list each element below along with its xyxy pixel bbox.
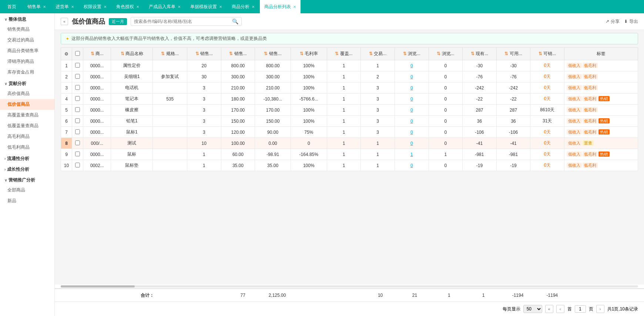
sidebar-item-high-coverage[interactable]: 高覆盖量查商品 bbox=[0, 110, 54, 120]
row-checkbox[interactable] bbox=[75, 129, 80, 134]
cell-checkbox[interactable] bbox=[72, 127, 83, 138]
nav-close-icon[interactable]: ✕ bbox=[136, 5, 139, 9]
nav-template-settings[interactable]: 单据模板设置 ✕ bbox=[186, 0, 227, 13]
sidebar-item-slow-moving[interactable]: 滞销序的商品 bbox=[0, 56, 54, 67]
browse1-link[interactable]: 0 bbox=[410, 85, 413, 91]
cell-browse1[interactable]: 0 bbox=[395, 105, 429, 116]
cell-checkbox[interactable] bbox=[72, 138, 83, 149]
nav-product-inbound[interactable]: 产成品入库单 ✕ bbox=[144, 0, 185, 13]
row-checkbox[interactable] bbox=[75, 163, 80, 167]
sidebar-group-marketing[interactable]: ∨ 营销推广分析 bbox=[0, 174, 54, 185]
sidebar-item-all-products[interactable]: 全部商品 bbox=[0, 185, 54, 196]
cell-browse1[interactable]: 0 bbox=[395, 94, 429, 105]
cell-browse1[interactable]: 0 bbox=[395, 160, 429, 171]
sidebar-item-stock-capital[interactable]: 库存资金占用 bbox=[0, 67, 54, 78]
th-current-stock[interactable]: ⇅ 现有... bbox=[463, 48, 497, 60]
sidebar-item-high-value[interactable]: 高价值商品 bbox=[0, 88, 54, 99]
first-page-button[interactable]: « bbox=[545, 305, 553, 313]
prev-page-button[interactable]: ‹ bbox=[556, 305, 564, 313]
nav-close-icon[interactable]: ✕ bbox=[219, 5, 222, 9]
row-checkbox[interactable] bbox=[75, 63, 80, 68]
nav-permissions[interactable]: 权限设置 ✕ bbox=[79, 0, 111, 13]
th-sales-amt[interactable]: ⇅ 销售... bbox=[221, 48, 255, 60]
th-sales-qty[interactable]: ⇅ 销售... bbox=[187, 48, 221, 60]
th-sellable[interactable]: ⇅ 可销... bbox=[530, 48, 564, 60]
cell-checkbox[interactable] bbox=[72, 60, 83, 71]
cell-browse1[interactable]: 1 bbox=[395, 149, 429, 160]
cell-browse1[interactable]: 0 bbox=[395, 116, 429, 127]
sidebar-group-circulation[interactable]: › 流通性分析 bbox=[0, 153, 54, 163]
th-gear[interactable]: ⚙ bbox=[61, 48, 72, 60]
nav-roles[interactable]: 角色授权 ✕ bbox=[112, 0, 144, 13]
cell-browse1[interactable]: 0 bbox=[395, 82, 429, 94]
cell-checkbox[interactable] bbox=[72, 71, 83, 82]
cell-checkbox[interactable] bbox=[72, 94, 83, 105]
sidebar-group-growth[interactable]: › 成长性分析 bbox=[0, 163, 54, 174]
th-transaction[interactable]: ⇅ 交易... bbox=[361, 48, 395, 60]
row-checkbox[interactable] bbox=[75, 96, 80, 101]
sidebar-group-contribution[interactable]: ∨ 贡献分析 bbox=[0, 78, 54, 88]
export-button[interactable]: ⬇ 导出 bbox=[624, 18, 638, 25]
browse1-link[interactable]: 0 bbox=[410, 141, 413, 146]
th-available[interactable]: ⇅ 可用... bbox=[496, 48, 530, 60]
th-spec[interactable]: ⇅ 规格... bbox=[153, 48, 187, 60]
sidebar-item-new-products[interactable]: 新品 bbox=[0, 196, 54, 206]
th-coverage[interactable]: ⇅ 覆盖... bbox=[327, 48, 361, 60]
cell-checkbox[interactable] bbox=[72, 116, 83, 127]
sidebar-item-high-margin[interactable]: 高毛利商品 bbox=[0, 131, 54, 142]
cell-browse1[interactable]: 0 bbox=[395, 60, 429, 71]
cell-checkbox[interactable] bbox=[72, 105, 83, 116]
cell-checkbox[interactable] bbox=[72, 160, 83, 171]
nav-close-icon[interactable]: ✕ bbox=[104, 5, 107, 9]
per-page-select[interactable]: 50 20 100 bbox=[523, 305, 542, 313]
sidebar-item-low-value[interactable]: 低价值商品 bbox=[0, 99, 54, 110]
nav-close-icon[interactable]: ✕ bbox=[43, 5, 46, 9]
select-all-checkbox[interactable] bbox=[75, 51, 80, 56]
sidebar-item-traded-products[interactable]: 交易过的商品 bbox=[0, 35, 54, 45]
browse1-link[interactable]: 0 bbox=[410, 130, 413, 135]
page-number-input[interactable] bbox=[575, 305, 586, 313]
row-checkbox[interactable] bbox=[75, 85, 80, 90]
filter-tag-button[interactable]: 近一月 bbox=[109, 18, 127, 25]
nav-close-icon[interactable]: ✕ bbox=[178, 5, 181, 9]
browse1-link[interactable]: 0 bbox=[410, 63, 413, 68]
sidebar-collapse-button[interactable]: « bbox=[61, 18, 68, 25]
browse1-link[interactable]: 0 bbox=[410, 74, 413, 79]
th-sales-price[interactable]: ⇅ 销售... bbox=[255, 48, 291, 60]
row-checkbox[interactable] bbox=[75, 107, 80, 112]
sidebar-item-sales-products[interactable]: 销售类商品 bbox=[0, 24, 54, 35]
th-browse1[interactable]: ⇅ 浏览... bbox=[395, 48, 429, 60]
cell-checkbox[interactable] bbox=[72, 82, 83, 94]
nav-purchase-order[interactable]: 进货单 ✕ bbox=[51, 0, 78, 13]
nav-home[interactable]: 首页 bbox=[1, 0, 22, 13]
cell-browse1[interactable]: 0 bbox=[395, 71, 429, 82]
browse1-link[interactable]: 0 bbox=[410, 163, 413, 168]
browse1-link[interactable]: 0 bbox=[410, 108, 413, 113]
nav-close-icon[interactable]: ✕ bbox=[252, 5, 255, 9]
th-browse2[interactable]: ⇅ 浏览... bbox=[429, 48, 463, 60]
sidebar-item-category-sales-rate[interactable]: 商品分类销售率 bbox=[0, 45, 54, 56]
next-page-button[interactable]: › bbox=[596, 305, 604, 313]
nav-product-analysis[interactable]: 商品分析 ✕ bbox=[227, 0, 259, 13]
browse1-link[interactable]: 0 bbox=[410, 119, 413, 124]
cell-browse1[interactable]: 0 bbox=[395, 138, 429, 149]
share-button[interactable]: ↗ 分享 bbox=[606, 18, 620, 25]
sidebar-group-overall[interactable]: ∨ 整体信息 bbox=[0, 13, 54, 24]
cell-browse1[interactable]: 0 bbox=[395, 127, 429, 138]
row-checkbox[interactable] bbox=[75, 118, 80, 123]
row-checkbox[interactable] bbox=[75, 74, 80, 79]
nav-product-analysis-list[interactable]: 商品分析列表 ✕ bbox=[260, 0, 301, 13]
th-checkbox[interactable] bbox=[72, 48, 83, 60]
row-checkbox[interactable] bbox=[75, 152, 80, 156]
browse1-link[interactable]: 0 bbox=[410, 96, 413, 102]
search-icon[interactable]: 🔍 bbox=[232, 18, 238, 24]
horizontal-scrollbar[interactable] bbox=[55, 285, 644, 288]
search-input[interactable] bbox=[134, 19, 230, 24]
sidebar-item-low-margin[interactable]: 低毛利商品 bbox=[0, 142, 54, 153]
cell-checkbox[interactable] bbox=[72, 149, 83, 160]
th-code[interactable]: ⇅ 商... bbox=[83, 48, 111, 60]
nav-close-icon[interactable]: ✕ bbox=[293, 5, 296, 9]
th-margin[interactable]: ⇅ 毛利率 bbox=[291, 48, 327, 60]
row-checkbox[interactable] bbox=[75, 140, 80, 145]
browse1-link[interactable]: 1 bbox=[410, 152, 413, 157]
